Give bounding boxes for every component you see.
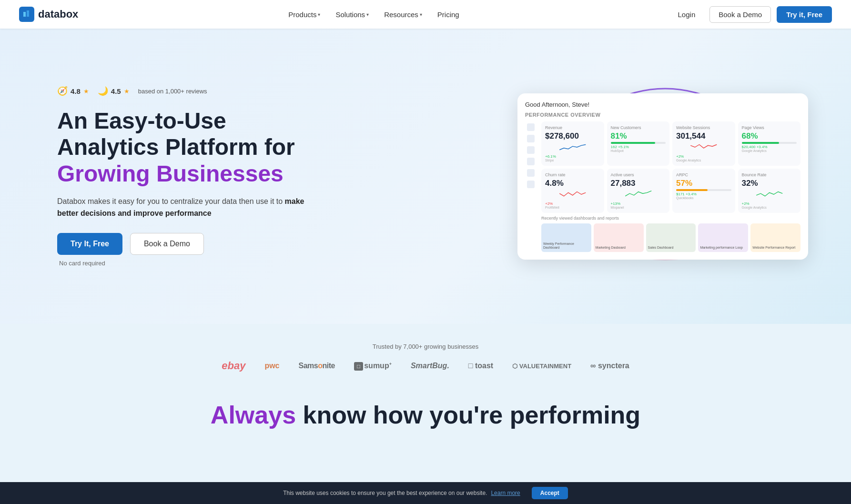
dashboard-card: Good Afternoon, Steve! Performance overv… <box>517 93 808 260</box>
g2-icon: 🌙 <box>98 86 108 96</box>
brand-name: databox <box>38 8 78 20</box>
logo-pwc: pwc <box>264 362 279 370</box>
rv-item-marketing-loop[interactable]: Marketing performance Loop <box>698 223 748 252</box>
trusted-section: Trusted by 7,000+ growing businesses eba… <box>0 324 851 386</box>
svg-rect-2 <box>23 12 26 17</box>
nav-products[interactable]: Products ▾ <box>282 7 327 22</box>
chevron-down-icon: ▾ <box>420 12 422 17</box>
churn-chart <box>545 189 600 200</box>
navbar-actions: Login Book a Demo Try it, Free <box>669 6 832 23</box>
metric-active-users: Active users 27,883 +13% Mixpanel <box>607 169 670 213</box>
star-icon: ★ <box>83 88 89 95</box>
revenue-chart <box>545 142 600 152</box>
rv-item-marketing[interactable]: Marketing Dasboard <box>594 223 644 252</box>
hero-section: 🧭 4.8 ★ 🌙 4.5 ★ based on 1,000+ reviews … <box>0 29 851 324</box>
metrics-grid-bottom: Churn rate 4.8% +2% ProfitWell Active <box>541 169 800 213</box>
logo-icon <box>19 7 34 22</box>
sidebar-icon <box>527 135 535 142</box>
nav-pricing[interactable]: Pricing <box>431 7 466 22</box>
metrics-grid-top: Revenue $278,600 +6.1% Stripe New Cust <box>541 121 800 166</box>
sessions-chart <box>676 142 731 152</box>
sidebar-icon <box>527 123 535 131</box>
logo-smartbug: SmartBug. <box>411 362 449 370</box>
login-button[interactable]: Login <box>669 7 704 22</box>
dashboard-layout: Revenue $278,600 +6.1% Stripe New Cust <box>525 121 800 252</box>
logo-synctera: ∞ synctera <box>590 362 629 370</box>
active-users-chart <box>611 189 666 200</box>
try-free-nav-button[interactable]: Try it, Free <box>777 6 832 23</box>
star-icon: ★ <box>124 88 130 95</box>
main-nav: Products ▾ Solutions ▾ Resources ▾ Prici… <box>282 7 466 22</box>
rv-item-sales[interactable]: Sales Dashboard <box>646 223 696 252</box>
always-title: Always know how you're performing <box>38 401 813 429</box>
sidebar-icon <box>527 158 535 165</box>
rating-capterra: 🧭 4.8 ★ <box>57 86 89 96</box>
rv-item-weekly[interactable]: Weekly Performance Dashboard <box>541 223 591 252</box>
metric-revenue: Revenue $278,600 +6.1% Stripe <box>541 121 604 166</box>
logo-samsonite: Samsonite <box>299 362 335 370</box>
logo-sumup: □sumup+ <box>354 362 392 370</box>
no-card-notice: No card required <box>59 260 305 267</box>
trusted-title: Trusted by 7,000+ growing businesses <box>10 343 841 350</box>
always-section: Always know how you're performing <box>0 386 851 434</box>
bounce-chart <box>742 189 797 200</box>
metric-arpc: ARPC 57% $171 +3.4% Quickbooks <box>672 169 735 213</box>
nav-resources[interactable]: Resources ▾ <box>377 7 429 22</box>
dashboard-main: Revenue $278,600 +6.1% Stripe New Cust <box>541 121 800 252</box>
recently-viewed-section: Recently viewed dashboards and reports W… <box>541 216 800 252</box>
rv-item-website[interactable]: Website Performance Report <box>750 223 800 252</box>
dashboard-greeting: Good Afternoon, Steve! <box>525 101 800 108</box>
hero-content: 🧭 4.8 ★ 🌙 4.5 ★ based on 1,000+ reviews … <box>57 86 305 267</box>
chevron-down-icon: ▾ <box>366 12 369 17</box>
metric-page-views: Page Views 68% $20,400 +3.4% Google Anal… <box>738 121 801 166</box>
metric-churn: Churn rate 4.8% +2% ProfitWell <box>541 169 604 213</box>
sidebar-icon <box>527 181 535 188</box>
book-demo-hero-button[interactable]: Book a Demo <box>130 233 204 255</box>
brand-logo[interactable]: databox <box>19 7 78 22</box>
capterra-icon: 🧭 <box>57 86 68 96</box>
hero-cta-buttons: Try It, Free Book a Demo <box>57 233 305 255</box>
metric-website-sessions: Website Sessions 301,544 +2% Google Anal… <box>672 121 735 166</box>
navbar: databox Products ▾ Solutions ▾ Resources… <box>0 0 851 29</box>
hero-description: Databox makes it easy for you to central… <box>57 195 305 220</box>
sidebar-icon <box>527 146 535 154</box>
hero-title: An Easy-to-Use Analytics Platform for Gr… <box>57 108 305 187</box>
logo-ebay: ebay <box>222 360 245 372</box>
chevron-down-icon: ▾ <box>318 12 320 17</box>
performance-title: Performance overview <box>525 112 800 118</box>
dashboard-sidebar <box>525 121 537 252</box>
logos-row: ebay pwc Samsonite □sumup+ SmartBug. □ t… <box>10 360 841 372</box>
recently-viewed-grid: Weekly Performance Dashboard Marketing D… <box>541 223 800 252</box>
logo-valuetainment: ⬡ VALUETAINMENT <box>512 363 571 370</box>
recently-viewed-title: Recently viewed dashboards and reports <box>541 216 800 221</box>
try-free-hero-button[interactable]: Try It, Free <box>57 233 122 255</box>
svg-rect-3 <box>27 10 29 17</box>
dashboard-wrapper: Good Afternoon, Steve! Performance overv… <box>517 93 813 260</box>
nav-solutions[interactable]: Solutions ▾ <box>329 7 375 22</box>
ratings-row: 🧭 4.8 ★ 🌙 4.5 ★ based on 1,000+ reviews <box>57 86 305 96</box>
hero-dashboard-preview: Good Afternoon, Steve! Performance overv… <box>305 93 813 260</box>
book-demo-nav-button[interactable]: Book a Demo <box>709 6 771 23</box>
metric-bounce-rate: Bounce Rate 32% +2% Google Analytics <box>738 169 801 213</box>
sidebar-icon <box>527 169 535 177</box>
metric-new-customers: New Customers 81% 162 +5.1% HubSpot <box>607 121 670 166</box>
rating-g2: 🌙 4.5 ★ <box>98 86 130 96</box>
logo-toast: □ toast <box>468 362 493 370</box>
